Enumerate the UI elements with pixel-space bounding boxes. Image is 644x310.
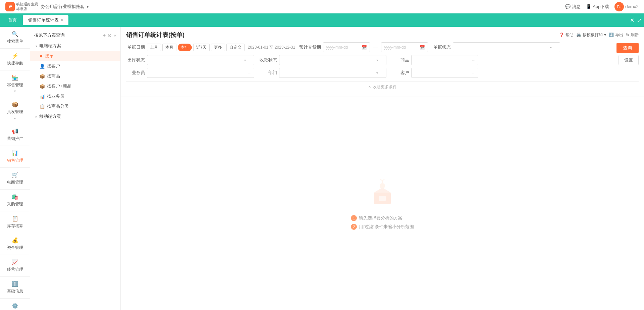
content-area: 按以下方案查询 + ⊙ « ▾ 电脑端方案 ● 按单 👤 按客户 — [30, 27, 644, 310]
window-expand-btn[interactable]: ⤢ — [637, 17, 641, 23]
operations-icon: 📈 — [12, 259, 18, 265]
top-header: 好 畅捷通好生意 标准版 办公用品行业模拟账套 ▾ 💬 消息 📱 App下载 E… — [0, 0, 644, 13]
user-name: demo2 — [625, 4, 639, 9]
app-download-btn[interactable]: 📱 App下载 — [586, 4, 609, 10]
payment-dropdown-icon: ▾ — [376, 58, 378, 62]
date-custom-btn[interactable]: 自定义 — [226, 44, 245, 51]
svg-line-5 — [380, 179, 382, 181]
tab-sales-order[interactable]: 销售订单统计表 × — [23, 15, 68, 25]
tree-item-by-salesperson[interactable]: 📊 按业务员 — [30, 91, 120, 101]
messages-btn[interactable]: 💬 消息 — [565, 4, 581, 10]
refresh-btn[interactable]: ↻ 刷新 — [626, 32, 639, 38]
date-range-text: 2023-01-01 至 2023-12-31 — [248, 45, 295, 50]
header-dropdown-icon[interactable]: ▾ — [87, 4, 89, 9]
print-dropdown-icon: ▾ — [604, 33, 606, 37]
finance-icon: 💰 — [12, 237, 18, 244]
sidebar-item-ecommerce[interactable]: 🛒 电商管理 — [0, 168, 30, 190]
tab-home[interactable]: 首页 — [3, 15, 22, 25]
right-panel: 销售订单统计表(按单) ❓ 帮助 🖨️ 按模板打印 ▾ ⬇️ — [121, 27, 644, 310]
customer-input[interactable]: ··· — [411, 68, 478, 78]
inventory-icon: 📋 — [12, 215, 18, 222]
tree-item-by-customer-product[interactable]: 📦 按客户+商品 — [30, 81, 120, 91]
collapse-text: 收起更多条件 — [373, 85, 397, 89]
expected-date-from[interactable]: yyyy-mm-dd 📅 — [323, 42, 370, 52]
wholesale-icon: 📦 — [12, 101, 18, 108]
bill-status-select[interactable]: ▾ — [453, 42, 560, 52]
sidebar-item-inventory[interactable]: 📋 库存核算 — [0, 211, 30, 233]
customer-more-btn[interactable]: ··· — [472, 70, 475, 75]
expected-date-label: 预计交货期 — [299, 44, 321, 50]
expected-date-to[interactable]: yyyy-mm-dd 📅 — [381, 42, 428, 52]
print-icon: 🖨️ — [576, 33, 581, 37]
query-btn[interactable]: 查询 — [616, 43, 639, 53]
wholesale-expand-icon: ▴ — [14, 116, 16, 120]
export-btn[interactable]: ⬇️ 导出 — [609, 32, 623, 38]
sidebar-item-search[interactable]: 🔍 搜索菜单 — [0, 27, 30, 49]
by-cust-prod-label: 按客户+商品 — [47, 83, 71, 89]
template-print-btn[interactable]: 🖨️ 按模板打印 ▾ — [576, 32, 606, 38]
sidebar-item-system[interactable]: ⚙️ 系统管理 — [0, 299, 30, 310]
svg-point-3 — [380, 183, 385, 189]
date-this-month-btn[interactable]: 本月 — [162, 44, 176, 51]
product-more-btn[interactable]: ··· — [472, 58, 475, 62]
tab-close-icon[interactable]: × — [61, 18, 63, 22]
date-separator: — — [372, 45, 379, 50]
tree-item-by-customer[interactable]: 👤 按客户 — [30, 61, 120, 71]
salesperson-more-btn[interactable]: ··· — [248, 70, 251, 75]
export-icon: ⬇️ — [609, 33, 614, 37]
collapse-bar[interactable]: ∧ 收起更多条件 — [126, 81, 639, 93]
user-area[interactable]: Ea demo2 — [614, 2, 639, 11]
add-scheme-btn[interactable]: + — [103, 33, 106, 38]
date-last-month-btn[interactable]: 上月 — [147, 44, 161, 51]
hint-text-1: 请先选择要分析的方案 — [359, 215, 402, 221]
sidebar-item-finance[interactable]: 💰 资金管理 — [0, 233, 30, 255]
date-quick-btns: 上月 本月 本年 近7天 更多 自定义 — [147, 44, 245, 51]
window-close-btn[interactable]: ✕ — [630, 17, 634, 23]
payment-label: 收款状态 — [258, 57, 277, 63]
tree-group-mobile[interactable]: ▸ 移动端方案 — [30, 111, 120, 121]
retail-expand-icon: ▾ — [14, 89, 16, 93]
system-icon: ⚙️ — [12, 303, 18, 309]
calendar-to-icon: 📅 — [420, 45, 425, 50]
bill-status-dropdown-icon: ▾ — [550, 46, 552, 49]
collapse-panel-btn[interactable]: « — [114, 33, 116, 38]
date-last7-btn[interactable]: 近7天 — [193, 44, 210, 51]
by-salesperson-label: 按业务员 — [47, 93, 64, 99]
empty-illustration — [366, 177, 399, 211]
sidebar-item-purchase[interactable]: 🛍️ 采购管理 — [0, 190, 30, 211]
settings-btn[interactable]: 设置 — [619, 55, 639, 65]
shipping-select[interactable]: ▾ — [147, 55, 254, 65]
retail-icon: 🏪 — [12, 74, 18, 81]
tree-item-by-product[interactable]: 📦 按商品 — [30, 71, 120, 81]
sidebar-item-retail[interactable]: 🏪 零售管理 ▾ — [0, 70, 30, 97]
sidebar-item-wholesale[interactable]: 📦 批发管理 ▴ — [0, 97, 30, 124]
help-btn[interactable]: ❓ 帮助 — [559, 32, 574, 38]
filter-btn-col: 查询 设置 — [616, 42, 639, 65]
tree-group-pc-label: 电脑端方案 — [39, 43, 61, 49]
sidebar-item-sales[interactable]: 📊 销售管理 — [0, 146, 30, 168]
by-salesperson-icon: 📊 — [40, 94, 45, 99]
sidebar-item-quick-nav[interactable]: ⚡ 快捷导航 — [0, 49, 30, 70]
tree-item-by-order[interactable]: ● 按单 — [30, 51, 120, 61]
date-more-btn[interactable]: 更多 — [211, 44, 225, 51]
department-select[interactable]: ▾ — [279, 68, 386, 78]
header-left: 好 畅捷通好生意 标准版 办公用品行业模拟账套 ▾ — [5, 2, 89, 11]
tree-item-by-category[interactable]: 📋 按商品分类 — [30, 101, 120, 111]
filter-title-row: 销售订单统计表(按单) ❓ 帮助 🖨️ 按模板打印 ▾ ⬇️ — [126, 31, 639, 39]
quick-nav-icon: ⚡ — [12, 53, 18, 59]
message-icon: 💬 — [565, 4, 571, 9]
date-this-year-btn[interactable]: 本年 — [178, 44, 192, 51]
salesperson-cell: 业务员 ··· — [126, 68, 254, 78]
tree-group-pc[interactable]: ▾ 电脑端方案 — [30, 41, 120, 51]
product-input[interactable]: ··· — [411, 55, 478, 65]
left-panel-title: 按以下方案查询 — [34, 32, 65, 38]
settings-scheme-btn[interactable]: ⊙ — [108, 33, 112, 38]
sidebar-item-marketing[interactable]: 📢 营销推广 — [0, 124, 30, 146]
sidebar-item-basic-info[interactable]: ℹ️ 基础信息 — [0, 277, 30, 299]
sidebar-item-operations[interactable]: 📈 经营管理 — [0, 255, 30, 277]
shipping-cell: 出库状态 ▾ — [126, 55, 254, 65]
empty-state: 1 请先选择要分析的方案 2 用[过滤]条件来缩小分析范围 — [121, 97, 644, 310]
payment-select[interactable]: ▾ — [279, 55, 386, 65]
calendar-from-icon: 📅 — [362, 45, 367, 50]
salesperson-input[interactable]: ··· — [147, 68, 254, 78]
